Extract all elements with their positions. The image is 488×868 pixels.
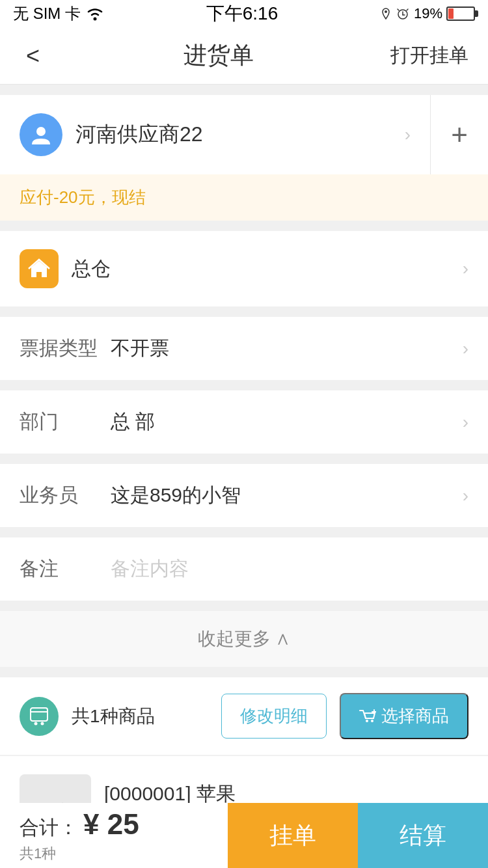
svg-point-9 xyxy=(34,722,38,725)
edit-detail-button[interactable]: 修改明细 xyxy=(221,694,327,739)
battery-icon xyxy=(446,7,475,21)
svg-point-11 xyxy=(366,720,368,722)
collapse-button[interactable]: 收起更多 ∧ xyxy=(0,611,488,667)
warehouse-row[interactable]: 总仓 › xyxy=(0,231,488,306)
footer-total: 合计： ¥ 25 共1种 xyxy=(0,803,228,868)
select-product-button[interactable]: 选择商品 xyxy=(340,693,468,739)
supplier-add-button[interactable]: + xyxy=(431,95,488,174)
battery-percent: 19% xyxy=(414,5,442,22)
salesman-row[interactable]: 业务员 这是859的小智 › xyxy=(0,464,488,527)
collapse-label: 收起更多 ∧ xyxy=(198,627,291,651)
salesman-section: 业务员 这是859的小智 › xyxy=(0,464,488,527)
chevron-right-icon: › xyxy=(463,338,468,359)
hang-button[interactable]: 挂单 xyxy=(228,803,358,868)
status-time: 下午6:16 xyxy=(206,1,278,26)
warehouse-name: 总仓 xyxy=(72,256,463,282)
cart-add-icon xyxy=(359,709,376,724)
chevron-right-icon: › xyxy=(463,258,468,279)
alarm-icon xyxy=(396,8,410,20)
status-carrier: 无 SIM 卡 xyxy=(13,3,104,24)
invoice-type-label: 票据类型 xyxy=(20,335,98,362)
warning-text: 应付-20元，现结 xyxy=(20,187,146,207)
home-icon xyxy=(28,258,50,280)
invoice-section: 票据类型 不开票 › xyxy=(0,317,488,380)
note-section: 备注 备注内容 xyxy=(0,537,488,601)
product-header: 共1种商品 修改明细 选择商品 xyxy=(0,677,488,755)
back-button[interactable]: < xyxy=(20,36,46,76)
total-sub: 共1种 xyxy=(20,844,208,863)
salesman-value: 这是859的小智 xyxy=(111,482,463,509)
status-bar: 无 SIM 卡 下午6:16 19% xyxy=(0,0,488,27)
chevron-right-icon: › xyxy=(463,485,468,506)
carrier-text: 无 SIM 卡 xyxy=(13,3,81,24)
page-title: 进货单 xyxy=(183,40,254,72)
cart-icon-container xyxy=(20,697,59,736)
chevron-right-icon: › xyxy=(463,412,468,433)
supplier-name: 河南供应商22 xyxy=(75,120,405,149)
footer: 合计： ¥ 25 共1种 挂单 结算 xyxy=(0,803,488,868)
note-row: 备注 备注内容 xyxy=(0,537,488,601)
invoice-row[interactable]: 票据类型 不开票 › xyxy=(0,317,488,380)
chevron-right-icon: › xyxy=(405,124,411,145)
nav-bar: < 进货单 打开挂单 xyxy=(0,27,488,85)
open-hang-button[interactable]: 打开挂单 xyxy=(390,42,468,69)
cart-icon xyxy=(28,705,50,727)
svg-point-1 xyxy=(385,10,387,13)
svg-point-12 xyxy=(371,720,373,722)
svg-point-10 xyxy=(41,722,44,725)
supplier-avatar xyxy=(20,113,62,156)
note-label: 备注 xyxy=(20,556,98,582)
note-placeholder[interactable]: 备注内容 xyxy=(111,556,468,582)
wifi-icon xyxy=(86,7,104,21)
warehouse-section: 总仓 › xyxy=(0,231,488,306)
supplier-selector[interactable]: 河南供应商22 › xyxy=(0,95,431,174)
department-row[interactable]: 部门 总 部 › xyxy=(0,390,488,454)
product-count: 共1种商品 xyxy=(72,704,208,729)
warehouse-icon xyxy=(20,249,59,288)
svg-point-0 xyxy=(94,18,97,21)
person-icon xyxy=(29,123,53,146)
svg-rect-8 xyxy=(31,708,47,721)
product-title: 苹果 xyxy=(197,783,236,804)
svg-point-7 xyxy=(36,127,46,136)
total-main: 合计： ¥ 25 xyxy=(20,808,208,841)
total-amount: ¥ 25 xyxy=(83,808,139,841)
total-label: 合计： xyxy=(20,815,78,841)
status-icons: 19% xyxy=(380,5,475,22)
product-code: [0000001] xyxy=(104,783,191,804)
warning-banner: 应付-20元，现结 xyxy=(0,174,488,221)
svg-line-5 xyxy=(398,9,399,10)
department-section: 部门 总 部 › xyxy=(0,390,488,454)
salesman-label: 业务员 xyxy=(20,482,98,509)
department-label: 部门 xyxy=(20,409,98,435)
department-value: 总 部 xyxy=(111,409,463,435)
supplier-section: 河南供应商22 › + xyxy=(0,95,488,174)
invoice-type-value: 不开票 xyxy=(111,335,463,362)
settle-button[interactable]: 结算 xyxy=(358,803,488,868)
svg-line-6 xyxy=(407,9,408,10)
location-icon xyxy=(380,8,392,20)
